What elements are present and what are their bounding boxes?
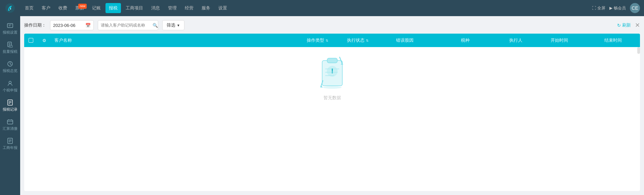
content-area: 操作日期： 📅 🔍 筛选 ▼ ↻ 刷新 ✕ <box>20 16 644 195</box>
search-icon[interactable]: 🔍 <box>153 23 158 28</box>
th-end-time-label: 结束时间 <box>604 37 622 43</box>
search-input[interactable] <box>101 23 151 28</box>
sidebar-label-personal-tax: 个税申报 <box>3 88 17 92</box>
user-avatar[interactable]: CE <box>630 3 640 13</box>
sidebar: 报税设置 批量报税 <box>0 16 20 195</box>
empty-illustration: ! <box>315 54 349 91</box>
batch-tax-icon <box>7 41 13 48</box>
svg-rect-1 <box>7 24 13 28</box>
nav-manage[interactable]: 管理 <box>165 3 180 13</box>
th-status: 执行状态 ⇅ <box>338 35 378 46</box>
refresh-button[interactable]: ↻ 刷新 <box>617 22 631 28</box>
annual-settlement-icon <box>7 118 13 125</box>
th-end-time: 结束时间 <box>586 35 640 46</box>
tax-settings-icon <box>7 22 13 29</box>
nav-badge-new: new <box>78 4 87 9</box>
nav-bookkeeping[interactable]: 记账 <box>89 3 104 13</box>
personal-tax-icon <box>7 80 13 87</box>
fullscreen-label: 全屏 <box>597 5 605 11</box>
chevron-down-icon: ▼ <box>177 24 180 27</box>
th-settings: ⚙ <box>38 35 51 46</box>
nav-commerce[interactable]: 工商项目 <box>122 3 146 13</box>
refresh-label: 刷新 <box>622 22 631 28</box>
table-header: ⚙ 客户名称 操作类型 ⇅ 执行状态 ⇅ 错误股因 税种 <box>24 34 640 47</box>
fullscreen-button[interactable]: ⛶ 全屏 <box>592 5 605 11</box>
nav-customer[interactable]: 客户 <box>38 3 54 13</box>
nav-invoice[interactable]: 票据 new <box>72 3 87 13</box>
svg-rect-28 <box>327 58 337 63</box>
table-container: ⚙ 客户名称 操作类型 ⇅ 执行状态 ⇅ 错误股因 税种 <box>24 34 640 191</box>
sidebar-label-tax-settings: 报税设置 <box>3 30 17 35</box>
table-body: ! 暂无数据 <box>24 47 640 108</box>
toolbar: 操作日期： 📅 🔍 筛选 ▼ ↻ 刷新 ✕ <box>24 20 640 30</box>
sidebar-item-tax-overview[interactable]: 报税总览 <box>0 57 20 76</box>
sidebar-label-annual-settlement: 汇算清缴 <box>3 126 17 131</box>
select-all-checkbox[interactable] <box>29 38 33 43</box>
date-input[interactable] <box>53 23 83 28</box>
sidebar-item-personal-tax[interactable]: 个税申报 <box>0 77 20 96</box>
top-nav: 首页 客户 收费 票据 new 记账 报税 工商项目 消息 管理 经营 服务 设… <box>0 0 644 16</box>
filter-label: 筛选 <box>167 22 175 28</box>
th-executor-label: 执行人 <box>509 37 522 43</box>
nav-message[interactable]: 消息 <box>148 3 163 13</box>
empty-text: 暂无数据 <box>324 95 341 101</box>
filter-button[interactable]: 筛选 ▼ <box>162 20 184 30</box>
th-error: 错误股因 <box>378 35 432 46</box>
sort-icon-op-type[interactable]: ⇅ <box>326 39 328 42</box>
calendar-icon: 📅 <box>85 23 91 28</box>
date-input-wrapper[interactable]: 📅 <box>50 20 94 30</box>
th-op-type-label: 操作类型 <box>307 37 324 43</box>
refresh-icon: ↻ <box>617 23 621 28</box>
nav-settings[interactable]: 设置 <box>215 3 230 13</box>
svg-text:!: ! <box>331 67 333 75</box>
scrollbar[interactable] <box>637 47 640 54</box>
th-tax-type-label: 税种 <box>461 37 470 43</box>
nav-items: 首页 客户 收费 票据 new 记账 报税 工商项目 消息 管理 经营 服务 设… <box>22 3 592 13</box>
nav-home[interactable]: 首页 <box>22 3 37 13</box>
th-error-label: 错误股因 <box>396 37 414 43</box>
nav-service[interactable]: 服务 <box>198 3 214 13</box>
sidebar-label-tax-overview: 报税总览 <box>3 69 17 73</box>
sidebar-label-annual-report: 工商年报 <box>3 146 17 150</box>
fullscreen-icon: ⛶ <box>592 6 596 10</box>
th-op-type: 操作类型 ⇅ <box>297 35 338 46</box>
main-layout: 报税设置 批量报税 <box>0 16 644 195</box>
th-checkbox[interactable] <box>24 35 38 45</box>
annual-report-icon <box>7 138 13 144</box>
th-executor: 执行人 <box>499 35 532 46</box>
th-start-time-label: 开始时间 <box>551 37 568 43</box>
close-button[interactable]: ✕ <box>635 22 640 28</box>
svg-rect-19 <box>7 120 13 124</box>
nav-operation[interactable]: 经营 <box>181 3 197 13</box>
sidebar-item-tax-settings[interactable]: 报税设置 <box>0 19 20 38</box>
table-scroll-wrapper: ! 暂无数据 <box>24 47 640 191</box>
sidebar-item-batch-tax[interactable]: 批量报税 <box>0 38 20 57</box>
video-icon: ▶ <box>609 6 612 10</box>
svg-line-13 <box>10 64 11 65</box>
toolbar-right: ↻ 刷新 ✕ <box>617 22 640 28</box>
top-nav-right: ⛶ 全屏 ▶ 畅会员 CE <box>592 3 640 13</box>
th-name-label: 客户名称 <box>54 37 72 43</box>
sidebar-label-tax-record: 报税记录 <box>3 107 17 112</box>
th-name: 客户名称 <box>51 35 297 46</box>
th-tax-type: 税种 <box>432 35 499 46</box>
sidebar-item-tax-record[interactable]: 报税记录 <box>0 96 20 115</box>
svg-point-38 <box>323 86 342 89</box>
logo <box>4 2 16 14</box>
sidebar-item-annual-report[interactable]: 工商年报 <box>0 134 20 153</box>
search-wrapper[interactable]: 🔍 <box>98 20 158 30</box>
date-label: 操作日期： <box>24 22 46 28</box>
sidebar-label-batch-tax: 批量报税 <box>3 49 17 54</box>
settings-icon[interactable]: ⚙ <box>42 38 46 43</box>
th-status-label: 执行状态 <box>347 37 364 43</box>
member-button[interactable]: ▶ 畅会员 <box>609 5 626 11</box>
th-start-time: 开始时间 <box>532 35 586 46</box>
sort-icon-status[interactable]: ⇅ <box>366 39 369 42</box>
tax-overview-icon <box>7 61 13 67</box>
nav-tax[interactable]: 报税 <box>105 3 121 13</box>
tax-record-icon <box>7 99 13 106</box>
sidebar-item-annual-settlement[interactable]: 汇算清缴 <box>0 115 20 134</box>
nav-fee[interactable]: 收费 <box>55 3 71 13</box>
member-label: 畅会员 <box>614 5 626 11</box>
svg-point-14 <box>9 81 11 83</box>
